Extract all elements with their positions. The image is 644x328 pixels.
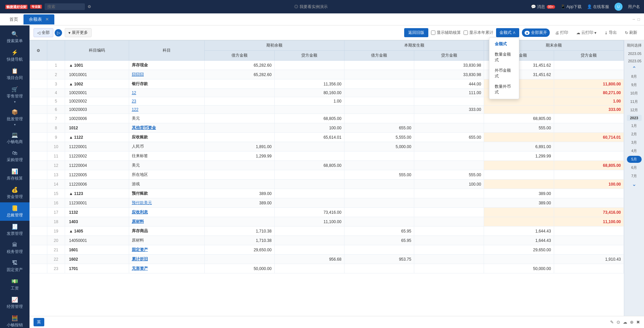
account-name[interactable]: 应收利息 (129, 208, 205, 217)
period-year-2023[interactable]: 2023 (627, 115, 642, 121)
print-button[interactable]: 🖨 打印 (552, 28, 571, 37)
sidebar-item-purchase[interactable]: 🛍 采购管理 (0, 147, 30, 166)
all-button[interactable]: ◁ 全部 (34, 28, 53, 37)
sidebar-item-general[interactable]: 📒 总账管理 (0, 202, 30, 221)
aux-checkbox[interactable] (431, 30, 435, 35)
period-7[interactable]: 7月 (627, 173, 642, 180)
sidebar-item-capital[interactable]: 💰 资金管理 (0, 184, 30, 202)
row-number: 17 (47, 208, 65, 217)
account-name[interactable]: 无形资产 (129, 264, 205, 273)
close-bottom-icon[interactable]: ✖ (636, 320, 640, 325)
sidebar-item-inventory[interactable]: 📊 库存核算 (0, 166, 30, 184)
row-settings-icon (30, 264, 47, 273)
cloud-bottom-icon[interactable]: ☁ (623, 320, 627, 325)
cloud-print-button[interactable]: ☁ 云打印 ▾ (574, 28, 599, 37)
table-row: 19▲ 1405库存商品1,710.3865.951,644.43 (30, 226, 624, 236)
amount-cell (344, 161, 414, 170)
sidebar-item-salary[interactable]: 💵 工资 (0, 275, 30, 294)
period-credit-header: 贷方金额 (414, 51, 484, 61)
account-name[interactable]: 原材料 (129, 217, 205, 226)
tab-close-icon[interactable]: ✕ (45, 17, 49, 22)
period-9[interactable]: 9月 (627, 81, 642, 88)
amount-cell: 655.00 (344, 123, 414, 133)
chevron-down-icon2: ▾ (14, 123, 16, 126)
period-11[interactable]: 11月 (627, 98, 642, 105)
period-1[interactable]: 1月 (627, 122, 642, 129)
amount-cell (344, 97, 414, 106)
table-row: 1311220005所在地区555.00555.00 (30, 170, 624, 180)
account-name[interactable]: 固定资产 (129, 245, 205, 255)
search-input[interactable] (45, 3, 85, 10)
edit-icon[interactable]: ✎ (610, 320, 614, 325)
return-old-version-button[interactable]: 返回旧版 (404, 28, 428, 37)
period-5-current[interactable]: 5月 (627, 156, 642, 163)
tab-balance[interactable]: 余额表 ✕ (23, 14, 54, 24)
style-option-qty-foreign[interactable]: 数量外币式 (489, 81, 519, 97)
account-name[interactable]: 23 (129, 97, 205, 106)
style-option-amount[interactable]: 金额式 (489, 39, 519, 49)
settings-icon[interactable]: ⚙ (37, 48, 40, 53)
expand-all-button[interactable]: ● 全部展开 (522, 28, 550, 37)
row-number: 8 (47, 123, 65, 133)
style-option-qty-amount[interactable]: 数量金额式 (489, 49, 519, 65)
lightning-icon: ⚡ (11, 49, 18, 56)
demo-text[interactable]: ◎ 我要看实例演示 (294, 4, 327, 10)
refresh-icon: ↻ (625, 30, 628, 35)
account-name[interactable]: 其他货币资金 (129, 123, 205, 133)
account-name[interactable]: 预付款美元 (129, 198, 205, 208)
sidebar-item-invoice[interactable]: 🧾 发票管理 (0, 221, 30, 239)
sidebar-item-search[interactable]: 🔍 搜索菜单 (0, 28, 30, 47)
add-icon[interactable]: ⊕ (630, 320, 634, 325)
amount-cell: 1.00 (554, 97, 624, 106)
style-option-foreign-amount[interactable]: 外币金额式 (489, 65, 519, 81)
top-bar-left: 畅捷通好业财 专业版 ⚙ (4, 3, 91, 10)
sidebar-item-tax[interactable]: 🏛 税务管理 (0, 239, 30, 257)
sidebar-item-ecommerce[interactable]: 💻 小畅电商 (0, 129, 30, 147)
period-down-icon[interactable]: ⌄ (632, 181, 636, 187)
period-8[interactable]: 8月 (627, 73, 642, 80)
export-button[interactable]: ⤓ 导出 (602, 28, 620, 37)
app-download-btn[interactable]: 📱 App下载 (560, 4, 582, 10)
settings-icon[interactable]: ⚙ (88, 4, 91, 9)
user-avatar[interactable]: U (614, 3, 623, 11)
row-settings-icon (30, 61, 47, 70)
row-number: 3 (47, 79, 65, 89)
period-2[interactable]: 2月 (627, 131, 642, 138)
account-name[interactable]: 累计折旧 (129, 255, 205, 264)
sidebar-item-operations[interactable]: 📈 经营管理 (0, 294, 30, 312)
row-settings-icon (30, 142, 47, 151)
amount-cell: 1,910.43 (554, 255, 624, 264)
maximize-icon[interactable]: □ (638, 17, 640, 22)
row-settings-icon (30, 114, 47, 123)
lang-button[interactable]: 英 (34, 318, 44, 326)
style-button[interactable]: 金额式 ∧ (496, 28, 519, 37)
nav-forward-button[interactable]: ▷ (55, 29, 62, 37)
account-name[interactable]: 122 (129, 106, 205, 114)
account-name[interactable]: 12 (129, 89, 205, 97)
minimize-icon[interactable]: ╌ (633, 17, 635, 22)
message-btn[interactable]: 💬 消息 99+ (531, 4, 555, 10)
amount-cell: 1,299.99 (205, 151, 274, 161)
online-service-btn[interactable]: 👤 在线客服 (587, 4, 609, 10)
sidebar-item-sales[interactable]: 🧮 小畅报销 (0, 312, 30, 328)
sidebar-item-retail[interactable]: 🛒 零售管理 ▾ (0, 83, 30, 106)
sidebar-item-contract[interactable]: 📋 项目合同 (0, 65, 30, 83)
eye-icon[interactable]: ⊙ (616, 320, 620, 325)
period-up-icon[interactable]: ⌃ (632, 65, 636, 72)
period-10[interactable]: 10月 (627, 90, 642, 97)
tab-home[interactable]: 首页 (4, 14, 23, 24)
period-2023-05-end[interactable]: 2023.05 (627, 58, 642, 64)
sidebar-item-nav[interactable]: ⚡ 快捷导航 (0, 47, 30, 65)
period-6[interactable]: 6月 (627, 164, 642, 171)
amount-cell (274, 236, 344, 245)
account-name[interactable]: 囧囧囧 (129, 70, 205, 79)
sidebar-item-assets[interactable]: 🏗 固定资产 (0, 257, 30, 275)
expand-button[interactable]: ▾ 展开更多 (65, 28, 92, 37)
period-2023-05-start[interactable]: 2023.05 (627, 51, 642, 57)
ytd-checkbox[interactable] (464, 30, 468, 35)
sidebar-item-wholesale[interactable]: 📦 批发管理 ▾ (0, 106, 30, 129)
period-3[interactable]: 3月 (627, 139, 642, 146)
refresh-button[interactable]: ↻ 刷新 (622, 28, 640, 37)
period-4[interactable]: 4月 (627, 147, 642, 154)
period-12[interactable]: 12月 (627, 107, 642, 114)
